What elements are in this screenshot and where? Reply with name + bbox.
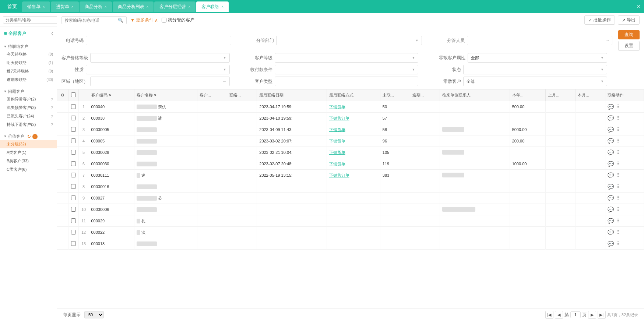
row-check[interactable] [68, 227, 78, 238]
first-page-btn[interactable]: |◀ [545, 311, 553, 319]
my-customers-checkbox[interactable]: 我分管的客户 [162, 17, 194, 23]
chat-icon[interactable]: 💬 [608, 104, 614, 110]
menu-icon[interactable]: ⠿ [616, 241, 620, 247]
row-check[interactable] [68, 193, 78, 204]
query-btn[interactable]: 查询 [618, 30, 640, 39]
more-conditions-btn[interactable]: ▼ 更多条件 ∧ [130, 17, 158, 23]
tab-customer-contact[interactable]: 客户联络 × [196, 1, 229, 12]
close-segment-tab[interactable]: × [188, 5, 190, 9]
row-last-way[interactable] [327, 181, 380, 193]
home-tab[interactable]: 首页 [3, 0, 21, 13]
row-checkbox[interactable] [71, 218, 76, 223]
overdue-header[interactable]: 逾期... [410, 89, 440, 101]
tab-sales[interactable]: 销售单 × [22, 1, 50, 12]
all-customers-header[interactable]: ⊞ 全部客户 《 [0, 28, 57, 39]
row-last-way[interactable] [327, 215, 380, 227]
sidebar-item-overdue[interactable]: 逾期未联络(30) [0, 75, 57, 84]
select-all-checkbox[interactable] [71, 92, 76, 97]
manager-select[interactable]: ··· [467, 36, 612, 45]
row-checkbox[interactable] [71, 207, 76, 212]
sidebar-item-lost[interactable]: 已流失客户(24) ? [0, 112, 57, 120]
menu-icon[interactable]: ⠿ [616, 184, 620, 190]
row-last-way[interactable]: 下销售订单 [327, 170, 380, 181]
prev-page-btn[interactable]: ◀ [555, 311, 563, 319]
menu-icon[interactable]: ⠿ [616, 229, 620, 235]
chat-icon[interactable]: 💬 [608, 149, 614, 155]
sidebar-item-abnormal[interactable]: 回购异常客户(2) ? [0, 95, 57, 103]
row-check[interactable] [68, 135, 78, 147]
zero-customer-select[interactable]: 全部▼ [463, 77, 607, 86]
row-checkbox[interactable] [71, 230, 76, 234]
page-number-input[interactable] [570, 311, 581, 318]
row-check[interactable] [68, 147, 78, 158]
menu-icon[interactable]: ⠿ [616, 127, 620, 133]
menu-icon[interactable]: ⠿ [616, 172, 620, 178]
customer-type-select[interactable] [275, 77, 419, 86]
dept-select[interactable]: ▼ [276, 36, 422, 45]
row-check[interactable] [68, 204, 78, 215]
row-last-way[interactable]: 下销货单 [327, 101, 380, 113]
menu-icon[interactable]: ⠿ [616, 138, 620, 144]
row-checkbox[interactable] [71, 161, 76, 166]
type-column-header[interactable]: 客户... [197, 89, 227, 101]
contacts-header[interactable]: 往来单位联系人 [440, 89, 510, 101]
close-product-tab[interactable]: × [105, 5, 107, 9]
close-purchase-tab[interactable]: × [71, 5, 74, 9]
sidebar-item-b[interactable]: B类客户(33) [0, 157, 57, 165]
reset-btn[interactable]: 设置 [618, 41, 640, 51]
batch-operations-btn[interactable]: ✓ 批量操作 [584, 15, 615, 25]
area-select[interactable]: ··· [90, 77, 230, 86]
row-last-way[interactable] [327, 204, 380, 215]
menu-icon[interactable]: ⠿ [616, 161, 620, 167]
row-checkbox[interactable] [71, 195, 76, 200]
row-check[interactable] [68, 238, 78, 250]
last-month-header[interactable]: 上月... [545, 89, 575, 101]
my-customers-check[interactable] [162, 18, 166, 22]
zero-attr-select[interactable]: 全部▼ [468, 53, 607, 63]
chat-icon[interactable]: 💬 [608, 184, 614, 190]
row-checkbox[interactable] [71, 127, 76, 132]
row-checkbox[interactable] [71, 138, 76, 143]
value-group-label[interactable]: ▼ 价值客户 ↻ ! [0, 132, 57, 140]
last-contact-way-header[interactable]: 最后联络方式 [327, 89, 380, 101]
row-last-way[interactable]: 下销售订单 [327, 113, 380, 124]
chat-icon[interactable]: 💬 [608, 195, 614, 201]
sidebar-item-declining[interactable]: 持续下滑客户(2) ? [0, 120, 57, 129]
problem-group-label[interactable]: ▼ 问题客户 [0, 87, 57, 95]
check-column-header[interactable] [68, 89, 78, 101]
search-icon[interactable]: 🔍 [118, 18, 123, 23]
refresh-icon[interactable]: ↻ [27, 134, 31, 139]
last-contact-date-header[interactable]: 最后联络日期 [257, 89, 327, 101]
this-month-header[interactable]: 本月... [575, 89, 605, 101]
row-check[interactable] [68, 113, 78, 124]
row-check[interactable] [68, 215, 78, 227]
row-last-way[interactable] [327, 227, 380, 238]
chat-icon[interactable]: 💬 [608, 127, 614, 133]
payment-select[interactable]: ▼ [275, 65, 419, 74]
menu-icon[interactable]: ⠿ [616, 207, 620, 212]
tab-product-list[interactable]: 商品分析列表 × [113, 1, 154, 12]
row-checkbox[interactable] [71, 150, 76, 155]
gear-icon[interactable]: ⚙ [61, 93, 64, 97]
row-checkbox[interactable] [71, 104, 76, 109]
code-column-header[interactable]: 客户编码⇅ [89, 89, 134, 101]
row-last-way[interactable]: 下销货单 [327, 135, 380, 147]
phone-input[interactable] [86, 36, 231, 45]
price-level-select[interactable]: ▼ [90, 53, 230, 63]
tab-purchase[interactable]: 进货单 × [51, 1, 79, 12]
sidebar-item-today[interactable]: 今天待联络(0) [0, 50, 57, 59]
sidebar-item-warning[interactable]: 流失预警客户(3) ? [0, 103, 57, 112]
sidebar-search-input[interactable] [3, 16, 57, 24]
chat-icon[interactable]: 💬 [608, 218, 614, 224]
close-contact-tab[interactable]: × [221, 5, 224, 9]
sidebar-item-c[interactable]: C类客户(6) [0, 165, 57, 174]
row-checkbox[interactable] [71, 184, 76, 189]
chat-icon[interactable]: 💬 [608, 241, 614, 247]
search-input[interactable] [65, 18, 116, 22]
row-checkbox[interactable] [71, 116, 76, 120]
export-btn[interactable]: ↗ 导出 [618, 15, 640, 25]
chat-icon[interactable]: 💬 [608, 115, 614, 121]
this-year-header[interactable]: 本年... [510, 89, 545, 101]
close-all-icon[interactable]: × [637, 3, 640, 10]
sidebar-item-a[interactable]: A类客户(1) [0, 148, 57, 157]
